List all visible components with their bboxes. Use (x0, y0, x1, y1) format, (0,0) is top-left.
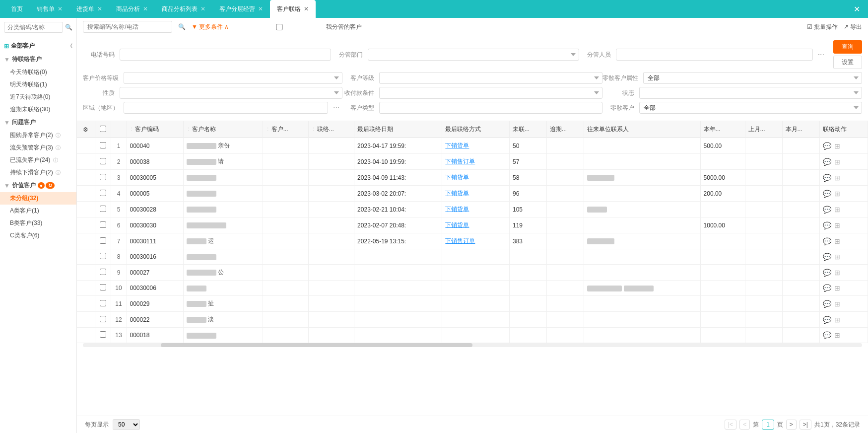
row-last-method[interactable]: 下销货单 (442, 186, 510, 202)
problem-section-title[interactable]: ▼ 问题客户 (0, 116, 76, 129)
row-checkbox-cell[interactable] (95, 281, 111, 296)
gear-icon[interactable]: ⚙ (83, 126, 88, 133)
prev-page-button[interactable]: < (739, 420, 750, 430)
row-last-method[interactable] (442, 296, 510, 312)
manager-more-button[interactable]: ··· (815, 50, 827, 59)
last-method-link[interactable]: 下销货单 (445, 206, 469, 213)
col-gear[interactable]: ⚙ (77, 121, 95, 138)
row-checkbox[interactable] (100, 253, 106, 259)
row-checkbox[interactable] (100, 206, 106, 212)
pending-section-title[interactable]: ▼ 待联络客户 (0, 53, 76, 66)
tab-home[interactable]: 首页 (4, 0, 30, 18)
row-checkbox[interactable] (100, 190, 106, 196)
manager-input[interactable] (616, 49, 813, 61)
sidebar-item-class-c[interactable]: C类客户(6) (0, 229, 76, 242)
col-overdue[interactable]: 逾期... (547, 121, 584, 138)
tab-customer-contact-close[interactable]: ✕ (304, 5, 309, 12)
row-last-method[interactable] (442, 328, 510, 343)
row-last-method[interactable] (442, 281, 510, 296)
sidebar-item-overdue-pending[interactable]: 逾期未联络(30) (0, 103, 76, 116)
retail-attr-select[interactable]: 全部 (643, 72, 862, 84)
query-button[interactable]: 查询 (833, 40, 862, 54)
row-checkbox[interactable] (100, 300, 106, 306)
grid-action-icon[interactable]: ⊞ (834, 158, 840, 166)
tab-purchase[interactable]: 进货单 ✕ (69, 0, 109, 18)
sidebar-item-abnormal[interactable]: 囤购异常客户(2) ⓘ (0, 129, 76, 142)
row-last-method[interactable]: 下销售订单 (442, 233, 510, 249)
last-method-link[interactable]: 下销货单 (445, 221, 469, 228)
col-last-method[interactable]: 最后联络方式 (442, 121, 510, 138)
sidebar-item-churned[interactable]: 已流失客户(24) ⓘ (0, 154, 76, 166)
search-input[interactable] (83, 21, 172, 33)
value-refresh-badge[interactable]: ↻ (46, 182, 55, 189)
grid-action-icon[interactable]: ⊞ (834, 253, 840, 261)
row-checkbox-cell[interactable] (95, 233, 111, 249)
row-last-method[interactable]: 下销售订单 (442, 154, 510, 170)
row-last-method[interactable] (442, 312, 510, 328)
row-checkbox[interactable] (100, 331, 106, 338)
row-checkbox-cell[interactable] (95, 296, 111, 312)
last-method-link[interactable]: 下销货单 (445, 174, 469, 181)
chat-icon[interactable]: 💬 (823, 331, 831, 339)
dept-select[interactable] (368, 49, 579, 61)
chat-icon[interactable]: 💬 (823, 221, 831, 229)
grid-action-icon[interactable]: ⊞ (834, 331, 840, 339)
chat-icon[interactable]: 💬 (823, 316, 831, 324)
chat-icon[interactable]: 💬 (823, 158, 831, 166)
row-checkbox-cell[interactable] (95, 217, 111, 233)
row-last-method[interactable] (442, 265, 510, 281)
customer-type-input[interactable] (379, 102, 602, 114)
row-checkbox-cell[interactable] (95, 138, 111, 154)
row-checkbox[interactable] (100, 284, 106, 290)
grid-action-icon[interactable]: ⊞ (834, 221, 840, 229)
col-name[interactable]: : 客户名称 (183, 121, 263, 138)
chat-icon[interactable]: 💬 (823, 190, 831, 198)
col-last-date[interactable]: 最后联络日期 (354, 121, 442, 138)
row-last-method[interactable] (442, 249, 510, 265)
customer-level-select[interactable] (379, 72, 602, 84)
phone-input[interactable] (120, 49, 331, 61)
tab-customer-segment-close[interactable]: ✕ (258, 5, 263, 12)
row-checkbox-cell[interactable] (95, 170, 111, 186)
col-last-month[interactable]: 上月... (745, 121, 782, 138)
reset-button[interactable]: 设置 (833, 56, 862, 69)
last-method-link[interactable]: 下销货单 (445, 142, 469, 149)
sidebar-item-class-b[interactable]: B类客户(33) (0, 217, 76, 229)
row-last-method[interactable]: 下销货单 (442, 170, 510, 186)
value-section-title[interactable]: ▼ 价值客户 ● ↻ (0, 179, 76, 192)
row-checkbox[interactable] (100, 174, 106, 180)
payment-select[interactable] (379, 87, 602, 99)
export-button[interactable]: ↗ 导出 (844, 23, 862, 31)
tab-product-analysis-list-close[interactable]: ✕ (200, 5, 205, 12)
row-last-method[interactable]: 下销货单 (442, 138, 510, 154)
row-last-method[interactable]: 下销货单 (442, 202, 510, 217)
row-checkbox-cell[interactable] (95, 202, 111, 217)
row-last-method[interactable]: 下销货单 (442, 217, 510, 233)
row-checkbox-cell[interactable] (95, 186, 111, 202)
search-icon[interactable]: 🔍 (178, 23, 186, 30)
sidebar-search-input[interactable] (4, 22, 63, 33)
row-checkbox-cell[interactable] (95, 249, 111, 265)
tab-product-analysis[interactable]: 商品分析 ✕ (109, 0, 155, 18)
grid-action-icon[interactable]: ⊞ (834, 316, 840, 324)
tab-product-analysis-close[interactable]: ✕ (143, 5, 148, 12)
grid-action-icon[interactable]: ⊞ (834, 237, 840, 245)
chat-icon[interactable]: 💬 (823, 174, 831, 182)
tab-customer-segment[interactable]: 客户分层经营 ✕ (212, 0, 270, 18)
row-checkbox[interactable] (100, 237, 106, 244)
tab-purchase-close[interactable]: ✕ (97, 5, 102, 12)
col-action[interactable]: 联络动作 (819, 121, 868, 138)
row-checkbox-cell[interactable] (95, 265, 111, 281)
chat-icon[interactable]: 💬 (823, 142, 831, 150)
col-contact[interactable]: : 联络... (309, 121, 354, 138)
sidebar-item-class-a[interactable]: A类客户(1) (0, 205, 76, 217)
batch-operation-button[interactable]: ☑ 批量操作 (807, 23, 838, 31)
col-type[interactable]: : 客户... (263, 121, 308, 138)
row-checkbox[interactable] (100, 158, 106, 164)
grid-action-icon[interactable]: ⊞ (834, 300, 840, 308)
col-company-contact[interactable]: 往来单位联系人 (584, 121, 701, 138)
col-checkbox[interactable] (95, 121, 111, 138)
sidebar-item-tomorrow-pending[interactable]: 明天待联络(1) (0, 78, 76, 91)
last-page-button[interactable]: >| (800, 420, 811, 430)
grid-action-icon[interactable]: ⊞ (834, 190, 840, 198)
